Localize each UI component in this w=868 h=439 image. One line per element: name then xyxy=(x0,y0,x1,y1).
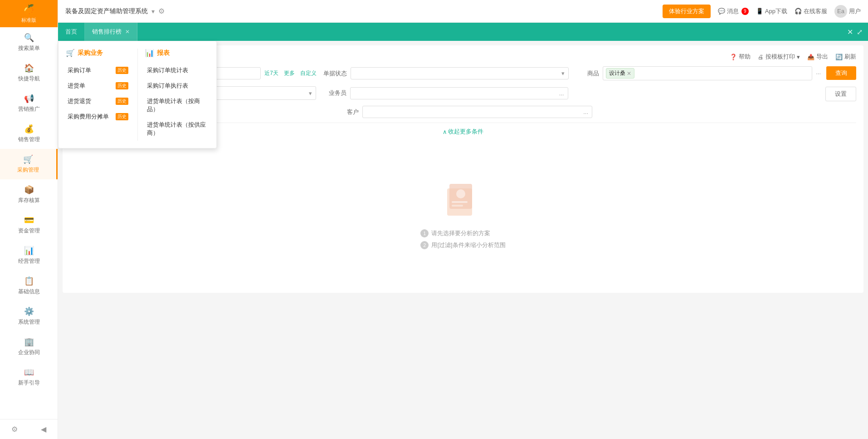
customer-label: 客户 xyxy=(334,108,359,116)
menu-item-label: 进货单统计表（按供应商） xyxy=(147,121,208,137)
operations-icon: 📊 xyxy=(24,246,34,256)
report-menu-item-进货单统计表（按商品）[interactable]: 进货单统计表（按商品） xyxy=(145,94,210,117)
report-section-icon: 📊 xyxy=(145,49,154,57)
salesperson-more[interactable]: ... xyxy=(559,90,564,97)
sales-label: 销售管理 xyxy=(18,136,40,143)
tab-close-1[interactable]: ✕ xyxy=(125,29,130,35)
salesperson-field: 业务员 ... xyxy=(322,85,568,101)
purchase-menu-item-采购订单[interactable]: 采购订单 历史 xyxy=(66,63,130,78)
sidebar-item-search[interactable]: 🔍 搜索菜单 xyxy=(0,27,58,58)
system-settings-icon[interactable]: ⚙ xyxy=(158,7,165,15)
online-service-button[interactable]: 🎧 在线客服 xyxy=(795,7,827,15)
customer-more[interactable]: ... xyxy=(583,109,588,115)
user-avatar: Ea xyxy=(834,5,847,18)
purchase-section: 🛒 采购业务 采购订单 历史 进货单 历史 进货退货 历史 采购费用分摊单 历史 xyxy=(66,49,130,141)
refresh-button[interactable]: 🔄 刷新 xyxy=(835,53,856,61)
sidebar-item-inventory[interactable]: 📦 库存核算 xyxy=(0,179,58,210)
goods-tag-close[interactable]: ✕ xyxy=(627,70,631,77)
logo-icon: 🍊 xyxy=(23,4,35,16)
tab-label-1: 销售排行榜 xyxy=(92,28,122,36)
tip-text-1: 请先选择要分析的方案 xyxy=(431,229,490,237)
tab-close-window-icon[interactable]: ✕ xyxy=(847,28,853,36)
purchase-dropdown-menu: 🛒 采购业务 采购订单 历史 进货单 历史 进货退货 历史 采购费用分摊单 历史… xyxy=(58,41,217,148)
collapse-button[interactable]: ∧ 收起更多条件 xyxy=(443,128,483,136)
date-quick-more[interactable]: 更多 xyxy=(284,69,295,77)
app-icon: 📱 xyxy=(756,8,763,15)
purchase-menu-item-进货单[interactable]: 进货单 历史 xyxy=(66,78,130,94)
purchase-label: 采购管理 xyxy=(17,166,39,174)
sidebar-menu: 🔍 搜索菜单 🏠 快捷导航 📢 营销推广 💰 销售管理 🛒 采购管理 📦 库存核… xyxy=(0,27,58,419)
setting-button[interactable]: 设置 xyxy=(825,87,856,101)
industry-solution-button[interactable]: 体验行业方案 xyxy=(663,5,711,18)
goods-field: 商品 设计桑 ✕ ··· xyxy=(574,66,821,80)
sidebar-item-enterprise[interactable]: 🏢 企业协同 xyxy=(0,331,58,362)
help-button[interactable]: ❓ 帮助 xyxy=(730,53,751,61)
finance-icon: 💳 xyxy=(24,215,34,225)
svg-rect-4 xyxy=(452,205,463,207)
sidebar-item-basic-info[interactable]: 📋 基础信息 xyxy=(0,271,58,301)
customer-input[interactable]: ... xyxy=(362,106,592,118)
menu-sections: 🛒 采购业务 采购订单 历史 进货单 历史 进货退货 历史 采购费用分摊单 历史… xyxy=(66,49,209,141)
marketing-label: 营销推广 xyxy=(18,105,40,113)
message-button[interactable]: 💬 消息 9 xyxy=(718,7,749,15)
collapse-label: 收起更多条件 xyxy=(448,128,483,136)
enterprise-icon: 🏢 xyxy=(24,337,34,347)
tabs-bar: 首页销售排行榜✕ ✕ ⤢ xyxy=(58,23,868,41)
system-icon: ⚙️ xyxy=(24,306,34,316)
purchase-menu-item-采购费用分摊单[interactable]: 采购费用分摊单 历史 xyxy=(66,109,130,124)
menu-item-label: 采购费用分摊单 xyxy=(68,113,109,121)
tab-0[interactable]: 首页 xyxy=(58,23,85,41)
sidebar-item-operations[interactable]: 📊 经营管理 xyxy=(0,240,58,271)
history-badge: 历史 xyxy=(116,82,128,89)
inventory-label: 库存核算 xyxy=(18,197,40,204)
marketing-icon: 📢 xyxy=(24,94,34,104)
salesperson-input[interactable]: ... xyxy=(350,87,568,99)
customer-field: 客户 ... xyxy=(334,106,592,118)
goods-more-dots[interactable]: ··· xyxy=(816,70,821,77)
sidebar-settings-icon[interactable]: ⚙ xyxy=(11,425,18,434)
report-section-label: 报表 xyxy=(157,49,170,57)
menu-item-label: 采购订单执行表 xyxy=(147,82,188,90)
purchase-section-title: 🛒 采购业务 xyxy=(66,49,130,57)
report-menu-item-进货单统计表（按供应商）[interactable]: 进货单统计表（按供应商） xyxy=(145,117,210,141)
sidebar-item-guide[interactable]: 📖 新手引导 xyxy=(0,362,58,392)
sidebar-item-sales[interactable]: 💰 销售管理 xyxy=(0,118,58,149)
sidebar: 🍊 标准版 🔍 搜索菜单 🏠 快捷导航 📢 营销推广 💰 销售管理 🛒 采购管理… xyxy=(0,0,58,439)
tab-1[interactable]: 销售排行榜✕ xyxy=(85,23,137,41)
sidebar-item-finance[interactable]: 💳 资金管理 xyxy=(0,210,58,240)
goods-input[interactable]: 设计桑 ✕ xyxy=(603,66,812,80)
user-menu-button[interactable]: Ea 用户 xyxy=(834,5,861,18)
print-icon: 🖨 xyxy=(758,54,764,60)
export-button[interactable]: 📤 导出 xyxy=(807,53,828,61)
setting-button-group: 设置 xyxy=(825,85,856,101)
help-label: 帮助 xyxy=(739,53,751,61)
report-section: 📊 报表 采购订单统计表采购订单执行表进货单统计表（按商品）进货单统计表（按供应… xyxy=(145,49,210,141)
menu-item-label: 进货单统计表（按商品） xyxy=(147,97,208,113)
date-quick-custom[interactable]: 自定义 xyxy=(300,69,317,77)
app-download-label: App下载 xyxy=(765,7,787,15)
sidebar-logo: 🍊 标准版 xyxy=(0,0,58,27)
print-button[interactable]: 🖨 按模板打印 ▾ xyxy=(758,53,800,61)
sidebar-item-system[interactable]: ⚙️ 系统管理 xyxy=(0,301,58,331)
sidebar-item-quick-nav[interactable]: 🏠 快捷导航 xyxy=(0,58,58,88)
export-icon: 📤 xyxy=(807,54,814,60)
history-badge: 历史 xyxy=(116,113,128,120)
system-title: 装备及固定资产辅助管理系统 xyxy=(65,7,148,15)
purchase-menu-item-进货退货[interactable]: 进货退货 历史 xyxy=(66,94,130,109)
print-dropdown-icon[interactable]: ▾ xyxy=(797,54,800,60)
history-badge: 历史 xyxy=(116,98,128,105)
report-menu-item-采购订单执行表[interactable]: 采购订单执行表 xyxy=(145,78,210,94)
sidebar-collapse-icon[interactable]: ◀ xyxy=(41,425,46,434)
app-download-button[interactable]: 📱 App下载 xyxy=(756,7,787,15)
order-status-dropdown-icon: ▾ xyxy=(561,70,565,77)
report-menu-item-采购订单统计表[interactable]: 采购订单统计表 xyxy=(145,63,210,78)
tab-expand-icon[interactable]: ⤢ xyxy=(857,28,863,36)
date-quick-7days[interactable]: 近7天 xyxy=(264,69,278,77)
system-dropdown-icon[interactable]: ▾ xyxy=(151,8,155,15)
order-status-input[interactable]: ▾ xyxy=(351,67,569,79)
message-badge: 9 xyxy=(741,8,749,15)
sidebar-item-marketing[interactable]: 📢 营销推广 xyxy=(0,88,58,118)
sidebar-item-purchase[interactable]: 🛒 采购管理 xyxy=(0,149,58,179)
quick-nav-icon: 🏠 xyxy=(24,63,34,73)
query-button[interactable]: 查询 xyxy=(826,66,856,80)
